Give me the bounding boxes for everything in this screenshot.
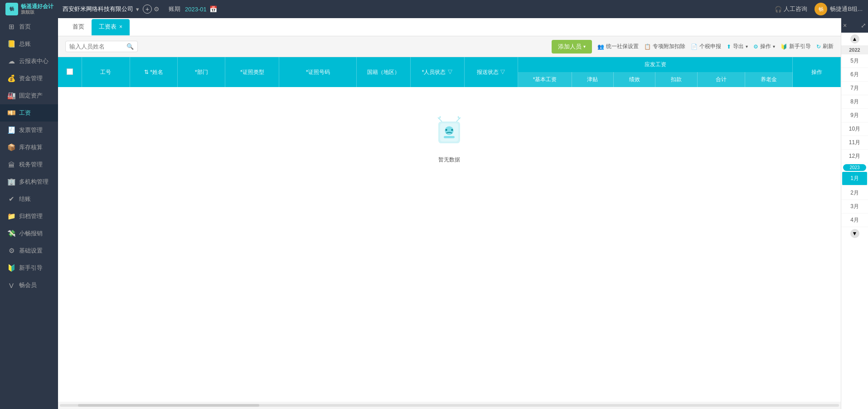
add-person-arrow-icon: ▾	[583, 44, 586, 49]
empty-state: 暂无数据	[58, 87, 841, 191]
sidebar-item-home[interactable]: ⊞ 首页	[0, 18, 58, 35]
month-2023-03[interactable]: 3月	[841, 200, 868, 214]
col-action-header: 操作	[793, 57, 841, 87]
sidebar-item-cloud-report[interactable]: ☁ 云报表中心	[0, 53, 58, 70]
sidebar-item-settlement[interactable]: ✔ 结账	[0, 190, 58, 208]
search-input[interactable]	[69, 43, 124, 50]
sidebar-item-ledger[interactable]: 📒 总账	[0, 35, 58, 53]
search-box[interactable]: 🔍	[65, 41, 138, 52]
special-deduct-button[interactable]: 📋 专项附加扣除	[644, 43, 685, 50]
refresh-button[interactable]: ↻ 刷新	[816, 43, 834, 50]
sidebar-item-archive[interactable]: 📁 归档管理	[0, 208, 58, 225]
col-subsidy-header: 津贴	[572, 72, 613, 87]
select-all-checkbox[interactable]	[67, 68, 73, 75]
sidebar-expense-label: 小畅报销	[19, 229, 43, 238]
period-selector[interactable]: 账期 2023-01 📅	[169, 5, 217, 13]
sidebar-home-icon: ⊞	[7, 23, 15, 31]
month-2022-07[interactable]: 7月	[841, 82, 868, 95]
month-2022-10[interactable]: 10月	[841, 122, 868, 136]
horizontal-scrollbar[interactable]	[58, 402, 841, 409]
guide-icon: 🔰	[781, 44, 787, 50]
sidebar-home-label: 首页	[19, 23, 31, 31]
panel-close-button[interactable]: ×	[843, 22, 847, 29]
sidebar-item-member[interactable]: V 畅会员	[0, 277, 58, 294]
panel-nav-up[interactable]: ▲	[841, 33, 868, 45]
tab-home[interactable]: 首页	[65, 19, 92, 35]
guide-label: 新手引导	[789, 43, 811, 50]
sidebar-fixed-assets-label: 固定资产	[19, 92, 43, 100]
headset-icon: 🎧	[775, 6, 782, 13]
social-security-button[interactable]: 👥 统一社保设置	[597, 43, 639, 50]
add-person-button[interactable]: 添加人员 ▾	[552, 40, 592, 54]
panel-nav-down[interactable]: ▼	[841, 227, 868, 240]
scrollbar-track[interactable]	[60, 404, 839, 407]
sidebar-ledger-icon: 📒	[7, 40, 15, 48]
month-2022-05[interactable]: 5月	[841, 54, 868, 68]
col-report-header[interactable]: 报送状态 ▽	[464, 57, 518, 87]
month-2022-12[interactable]: 12月	[841, 150, 868, 163]
add-person-label: 添加人员	[558, 43, 582, 51]
top-bar-right: 🎧 人工咨询 畅 畅捷通B组...	[775, 3, 863, 15]
month-2023-02[interactable]: 2月	[841, 186, 868, 200]
panel-up-button[interactable]: ▲	[850, 34, 859, 44]
sidebar-guide-label: 新手引导	[19, 264, 43, 272]
settings-icon[interactable]: ⚙	[154, 5, 160, 13]
special-deduct-icon: 📋	[644, 44, 651, 50]
col-performance-header: 绩效	[614, 72, 655, 87]
tab-close-icon[interactable]: ×	[119, 24, 122, 30]
col-country-header: 国籍（地区）	[357, 57, 411, 87]
sidebar-multi-org-icon: 🏢	[7, 178, 15, 186]
payroll-table: 工号 ⇅ *姓名 *部门 *证照类型 *证照号码 国籍（地区） *人员状态 ▽	[58, 57, 841, 402]
company-selector[interactable]: 西安虾米网络科技有限公司 ▾	[63, 5, 139, 13]
month-2022-08[interactable]: 8月	[841, 95, 868, 109]
tax-report-button[interactable]: 📄 个税申报	[691, 43, 721, 50]
month-2022-09[interactable]: 9月	[841, 109, 868, 122]
sidebar-settings-label: 基础设置	[19, 247, 43, 255]
col-checkbox-header[interactable]	[58, 57, 82, 87]
calendar-icon[interactable]: 📅	[209, 5, 217, 13]
sidebar-item-fixed-assets[interactable]: 🏭 固定资产	[0, 87, 58, 104]
export-button[interactable]: ⬆ 导出 ▾	[727, 43, 748, 50]
col-idtype-header: *证照类型	[225, 57, 279, 87]
sidebar-inventory-icon: 📦	[7, 143, 15, 151]
sidebar-item-guide[interactable]: 🔰 新手引导	[0, 259, 58, 277]
month-2022-06[interactable]: 6月	[841, 68, 868, 82]
year-2022-label: 2022	[841, 45, 868, 54]
operations-arrow-icon: ▾	[773, 44, 775, 49]
sidebar-settings-icon: ⚙	[7, 247, 15, 255]
month-2023-04[interactable]: 4月	[841, 214, 868, 227]
col-deduct-header: 扣款	[655, 72, 697, 87]
user-menu[interactable]: 畅 畅捷通B组...	[815, 3, 863, 15]
sidebar-item-multi-org[interactable]: 🏢 多机构管理	[0, 173, 58, 190]
month-2022-11[interactable]: 11月	[841, 136, 868, 150]
operations-button[interactable]: ⚙ 操作 ▾	[753, 43, 775, 50]
col-status-header[interactable]: *人员状态 ▽	[411, 57, 465, 87]
sidebar-item-invoice[interactable]: 🧾 发票管理	[0, 122, 58, 139]
sidebar-item-expense[interactable]: 💸 小畅报销	[0, 225, 58, 242]
col-name-header[interactable]: ⇅ *姓名	[130, 57, 177, 87]
scrollbar-thumb[interactable]	[78, 404, 259, 407]
service-button[interactable]: 🎧 人工咨询	[775, 5, 807, 13]
sidebar-item-payroll[interactable]: 💴 工资	[0, 104, 58, 122]
sidebar-tax-label: 税务管理	[19, 161, 43, 169]
company-dropdown-icon[interactable]: ▾	[136, 6, 139, 13]
guide-button[interactable]: 🔰 新手引导	[781, 43, 811, 50]
service-label: 人工咨询	[784, 5, 807, 13]
sidebar-item-settings[interactable]: ⚙ 基础设置	[0, 242, 58, 259]
sidebar-invoice-icon: 🧾	[7, 126, 15, 134]
month-2023-01[interactable]: 1月	[842, 172, 867, 185]
tab-payroll[interactable]: 工资表 ×	[92, 19, 130, 35]
empty-text: 暂无数据	[438, 156, 460, 164]
sidebar-member-icon: V	[7, 282, 15, 289]
col-empno-header: 工号	[82, 57, 130, 87]
sidebar-invoice-label: 发票管理	[19, 126, 43, 134]
col-pension-header: 养老金	[745, 72, 793, 87]
sidebar-tax-icon: 🏛	[7, 161, 15, 169]
sidebar-item-tax[interactable]: 🏛 税务管理	[0, 156, 58, 173]
sidebar-item-fund[interactable]: 💰 资金管理	[0, 70, 58, 87]
sidebar-item-inventory[interactable]: 📦 库存核算	[0, 139, 58, 156]
add-company-button[interactable]: +	[143, 5, 152, 14]
panel-down-button[interactable]: ▼	[850, 229, 859, 238]
col-total-header: 合计	[697, 72, 745, 87]
panel-expand-button[interactable]: ⤢	[861, 22, 866, 29]
